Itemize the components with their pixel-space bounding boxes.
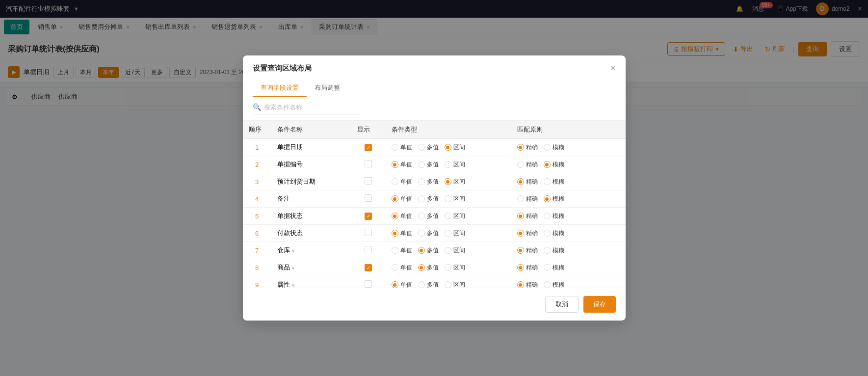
radio-match-模糊-row4[interactable]: 模糊 (544, 212, 564, 220)
radio-type-单值-row3[interactable]: 单值 (392, 195, 412, 203)
radio-circle-单值 (392, 247, 398, 254)
row-display-checkbox[interactable] (365, 246, 372, 253)
settings-modal: 设置查询区域布局 × 查询字段设置 布局调整 🔍 顺序 (243, 55, 626, 279)
modal-tab-layout[interactable]: 布局调整 (307, 80, 348, 97)
row-name: 仓库∨ (271, 242, 351, 259)
row-type: 单值 多值 区间 (386, 173, 511, 190)
row-type: 单值 多值 区间 (386, 156, 511, 173)
radio-match-模糊-row3[interactable]: 模糊 (544, 195, 564, 203)
radio-circle-单值 (392, 178, 398, 185)
modal-close-btn[interactable]: × (610, 63, 616, 74)
radio-match-精确-row3[interactable]: 精确 (517, 195, 538, 203)
radio-circle-区间 (445, 264, 451, 271)
radio-type-多值-row1[interactable]: 多值 (418, 161, 439, 169)
radio-match-精确-row6[interactable]: 精确 (517, 246, 538, 255)
search-box: 🔍 (253, 103, 361, 114)
radio-circle-多值 (418, 213, 425, 219)
radio-type-单值-row7[interactable]: 单值 (392, 264, 412, 272)
radio-circle-区间 (445, 230, 451, 237)
radio-type-多值-row2[interactable]: 多值 (418, 178, 439, 186)
radio-match-模糊-row7[interactable]: 模糊 (544, 264, 564, 272)
row-match: 精确 模糊 (511, 190, 626, 208)
row-name: 属性∨ (271, 276, 351, 279)
type-radio-group: 单值 多值 区间 (392, 264, 505, 272)
type-radio-group: 单值 多值 区间 (392, 195, 505, 203)
radio-type-单值-row6[interactable]: 单值 (392, 246, 412, 255)
row-display-checkbox[interactable] (365, 264, 372, 271)
radio-circle-区间 (445, 144, 451, 151)
match-radio-group: 精确 模糊 (517, 264, 620, 272)
table-row: 5 单据状态 单值 多值 区间 精确 模糊 (243, 208, 626, 225)
row-display-checkbox[interactable] (365, 213, 372, 220)
row-display-checkbox[interactable] (365, 177, 372, 185)
radio-type-多值-row3[interactable]: 多值 (418, 195, 439, 203)
modal-overlay[interactable]: 设置查询区域布局 × 查询字段设置 布局调整 🔍 顺序 (0, 0, 868, 279)
radio-type-区间-row7[interactable]: 区间 (445, 264, 465, 272)
radio-circle-单值 (392, 144, 398, 151)
row-name: 预计到货日期 (271, 173, 351, 190)
radio-circle-模糊 (544, 178, 551, 185)
config-table: 顺序 条件名称 显示 条件类型 匹配原则 1 单据日期 单值 (243, 121, 626, 279)
radio-circle-精确 (517, 264, 524, 271)
radio-type-多值-row4[interactable]: 多值 (418, 212, 439, 220)
radio-match-精确-row0[interactable]: 精确 (517, 143, 538, 152)
row-display-checkbox[interactable] (365, 229, 372, 236)
row-display (351, 208, 386, 225)
search-icon: 🔍 (253, 103, 261, 111)
radio-type-单值-row0[interactable]: 单值 (392, 143, 412, 152)
radio-type-区间-row0[interactable]: 区间 (445, 143, 465, 152)
radio-match-模糊-row5[interactable]: 模糊 (544, 229, 564, 238)
radio-type-区间-row4[interactable]: 区间 (445, 212, 465, 220)
radio-circle-模糊 (544, 195, 551, 202)
radio-match-精确-row1[interactable]: 精确 (517, 161, 538, 169)
radio-match-模糊-row1[interactable]: 模糊 (544, 161, 564, 169)
radio-type-区间-row1[interactable]: 区间 (445, 161, 465, 169)
radio-match-精确-row7[interactable]: 精确 (517, 264, 538, 272)
radio-circle-多值 (418, 178, 425, 185)
radio-type-单值-row4[interactable]: 单值 (392, 212, 412, 220)
radio-circle-多值 (418, 247, 425, 254)
row-type: 单值 多值 区间 (386, 190, 511, 208)
radio-type-多值-row6[interactable]: 多值 (418, 246, 439, 255)
radio-type-区间-row2[interactable]: 区间 (445, 178, 465, 186)
expand-icon[interactable]: ∨ (291, 248, 295, 253)
table-row: 1 单据日期 单值 多值 区间 精确 模糊 (243, 139, 626, 156)
radio-circle-区间 (445, 247, 451, 254)
radio-match-精确-row5[interactable]: 精确 (517, 229, 538, 238)
radio-type-多值-row5[interactable]: 多值 (418, 229, 439, 238)
row-name: 备注 (271, 190, 351, 208)
row-display (351, 242, 386, 259)
match-radio-group: 精确 模糊 (517, 212, 620, 220)
row-display-checkbox[interactable] (365, 144, 372, 151)
radio-circle-区间 (445, 178, 451, 185)
row-display-checkbox[interactable] (365, 160, 372, 167)
radio-match-精确-row4[interactable]: 精确 (517, 212, 538, 220)
radio-type-多值-row7[interactable]: 多值 (418, 264, 439, 272)
radio-circle-多值 (418, 230, 425, 237)
radio-circle-多值 (418, 144, 425, 151)
radio-type-区间-row6[interactable]: 区间 (445, 246, 465, 255)
radio-type-区间-row5[interactable]: 区间 (445, 229, 465, 238)
radio-circle-单值 (392, 230, 398, 237)
expand-icon[interactable]: ∨ (291, 265, 295, 270)
radio-type-单值-row5[interactable]: 单值 (392, 229, 412, 238)
radio-match-模糊-row0[interactable]: 模糊 (544, 143, 564, 152)
radio-match-模糊-row2[interactable]: 模糊 (544, 178, 564, 186)
row-type: 单值 多值 区间 (386, 276, 511, 279)
radio-match-模糊-row6[interactable]: 模糊 (544, 246, 564, 255)
radio-type-单值-row1[interactable]: 单值 (392, 161, 412, 169)
row-order: 2 (243, 156, 271, 173)
radio-match-精确-row2[interactable]: 精确 (517, 178, 538, 186)
radio-circle-模糊 (544, 230, 551, 237)
row-display-checkbox[interactable] (365, 194, 372, 202)
match-radio-group: 精确 模糊 (517, 143, 620, 152)
radio-type-多值-row0[interactable]: 多值 (418, 143, 439, 152)
modal-tab-query-fields[interactable]: 查询字段设置 (253, 80, 307, 97)
row-order: 7 (243, 242, 271, 259)
row-match: 精确 模糊 (511, 259, 626, 276)
radio-type-区间-row3[interactable]: 区间 (445, 195, 465, 203)
search-input[interactable] (264, 104, 352, 111)
table-row: 9 属性∨ 单值 多值 区间 精确 模糊 (243, 276, 626, 279)
match-radio-group: 精确 模糊 (517, 229, 620, 238)
radio-type-单值-row2[interactable]: 单值 (392, 178, 412, 186)
